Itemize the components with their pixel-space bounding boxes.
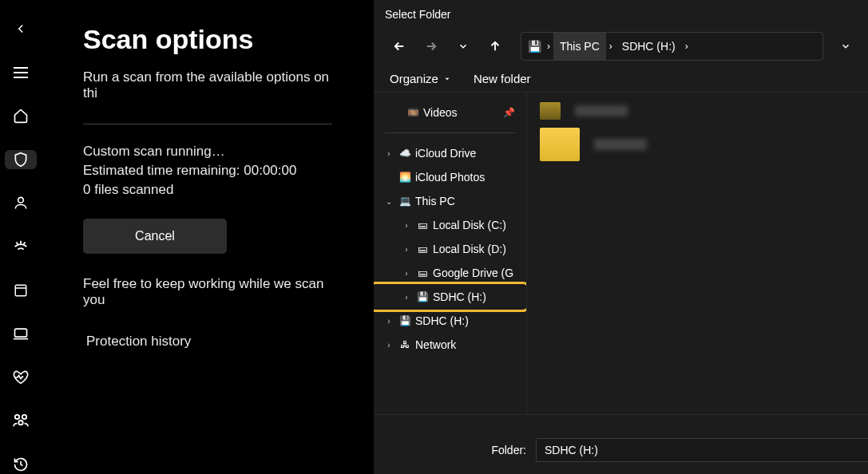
browser-icon[interactable] bbox=[5, 280, 37, 300]
dialog-body: ›🎞️Videos📌 ›☁️iCloud Drive ›🌅iCloud Phot… bbox=[374, 92, 868, 415]
scan-status-files: 0 files scanned bbox=[83, 182, 332, 198]
tree-item-gdrive[interactable]: ›🖴Google Drive (G bbox=[374, 261, 526, 285]
icloud-drive-icon: ☁️ bbox=[398, 147, 412, 160]
pc-icon: 💻 bbox=[398, 195, 412, 207]
folder-name-redacted bbox=[575, 105, 628, 117]
svg-point-5 bbox=[18, 421, 22, 425]
expander-open-icon[interactable]: ⌄ bbox=[383, 197, 394, 206]
chevron-down-icon[interactable] bbox=[831, 32, 860, 61]
family-icon[interactable] bbox=[5, 411, 37, 431]
tree-item-local-c[interactable]: ›🖴Local Disk (C:) bbox=[374, 213, 526, 237]
expander-icon[interactable]: › bbox=[401, 221, 412, 230]
address-bar[interactable]: 💾 › This PC › SDHC (H:) › bbox=[521, 32, 823, 61]
folder-tree: ›🎞️Videos📌 ›☁️iCloud Drive ›🌅iCloud Phot… bbox=[374, 93, 527, 414]
expander-icon[interactable]: › bbox=[383, 149, 394, 158]
sd-card-icon: 💾 bbox=[415, 290, 430, 303]
scan-status-eta: Estimated time remaining: 00:00:00 bbox=[83, 163, 332, 179]
organize-label: Organize bbox=[390, 72, 438, 85]
crumb-this-pc[interactable]: This PC bbox=[553, 33, 606, 60]
history-icon[interactable] bbox=[5, 454, 37, 474]
tree-item-icloud-drive[interactable]: ›☁️iCloud Drive bbox=[374, 141, 526, 165]
expander-icon[interactable]: › bbox=[401, 293, 412, 302]
nav-bar: 💾 › This PC › SDHC (H:) › bbox=[374, 27, 868, 65]
folder-row[interactable] bbox=[540, 128, 855, 161]
network-icon: 🖧 bbox=[398, 338, 412, 351]
videos-icon: 🎞️ bbox=[406, 106, 420, 119]
crumb-sdhc[interactable]: SDHC (H:) bbox=[616, 33, 682, 60]
expander-icon[interactable]: › bbox=[383, 317, 394, 326]
divider bbox=[83, 124, 332, 124]
eta-value: 00:00:00 bbox=[244, 163, 296, 178]
tree-item-local-d[interactable]: ›🖴Local Disk (D:) bbox=[374, 237, 526, 261]
svg-point-3 bbox=[15, 415, 19, 419]
home-icon[interactable] bbox=[5, 106, 37, 126]
chevron-right-icon[interactable]: › bbox=[606, 41, 616, 52]
account-icon[interactable] bbox=[5, 193, 37, 213]
nav-back-icon[interactable] bbox=[385, 32, 414, 61]
expander-icon[interactable]: › bbox=[401, 245, 412, 254]
icloud-photos-icon: 🌅 bbox=[398, 171, 412, 184]
tree-item-sdhc[interactable]: ›💾SDHC (H:) bbox=[374, 309, 526, 333]
expander-icon[interactable]: › bbox=[401, 269, 412, 278]
nav-recent-dropdown-icon[interactable] bbox=[449, 32, 478, 61]
expander-icon[interactable]: › bbox=[383, 341, 394, 350]
tree-item-network[interactable]: ›🖧Network bbox=[374, 333, 526, 357]
scan-status-running: Custom scan running… bbox=[83, 144, 332, 160]
app-left-rail bbox=[0, 0, 42, 474]
tree-item-videos[interactable]: ›🎞️Videos📌 bbox=[374, 101, 526, 124]
scan-options-page: Scan options Run a scan from the availab… bbox=[42, 0, 374, 474]
nav-up-icon[interactable] bbox=[481, 32, 509, 61]
tree-item-icloud-photos[interactable]: ›🌅iCloud Photos bbox=[374, 165, 526, 189]
svg-rect-1 bbox=[15, 285, 26, 296]
folder-field-label: Folder: bbox=[491, 444, 526, 456]
folder-icon bbox=[540, 102, 561, 120]
page-description: Run a scan from the available options on… bbox=[83, 69, 332, 101]
folder-name-input[interactable] bbox=[536, 438, 868, 462]
back-icon[interactable] bbox=[5, 19, 37, 39]
cancel-button[interactable]: Cancel bbox=[83, 219, 227, 254]
eta-label: Estimated time remaining: bbox=[83, 163, 240, 178]
tree-item-this-pc[interactable]: ⌄💻This PC bbox=[374, 189, 526, 213]
wifi-icon[interactable] bbox=[5, 237, 37, 257]
protection-history-link[interactable]: Protection history bbox=[83, 334, 332, 350]
select-folder-dialog: Select Folder 💾 › This PC › SDHC (H:) › … bbox=[374, 0, 868, 474]
svg-point-4 bbox=[22, 415, 26, 419]
new-folder-button[interactable]: New folder bbox=[474, 72, 531, 85]
svg-rect-2 bbox=[15, 329, 27, 337]
tree-item-sdhc-selected[interactable]: ›💾SDHC (H:) bbox=[374, 285, 526, 309]
drive-icon: 💾 bbox=[525, 40, 544, 53]
menu-icon[interactable] bbox=[5, 63, 37, 83]
background-scan-note: Feel free to keep working while we scan … bbox=[83, 276, 332, 308]
dialog-title: Select Folder bbox=[374, 0, 868, 27]
folder-content[interactable] bbox=[527, 93, 868, 414]
folder-name-redacted bbox=[594, 139, 647, 150]
sd-card-icon: 💾 bbox=[398, 314, 412, 327]
pin-icon[interactable]: 📌 bbox=[503, 107, 515, 118]
page-title: Scan options bbox=[83, 24, 332, 55]
nav-forward-icon[interactable] bbox=[417, 32, 446, 61]
tree-separator bbox=[385, 132, 515, 133]
disk-icon: 🖴 bbox=[415, 243, 430, 255]
chevron-right-icon[interactable]: › bbox=[544, 41, 553, 52]
disk-icon: 🖴 bbox=[415, 219, 430, 231]
dialog-toolbar: Organize New folder bbox=[374, 65, 868, 92]
device-icon[interactable] bbox=[5, 324, 37, 344]
folder-icon bbox=[540, 128, 580, 161]
folder-row[interactable] bbox=[540, 102, 855, 120]
svg-point-0 bbox=[18, 198, 24, 203]
chevron-right-icon[interactable]: › bbox=[682, 41, 692, 52]
disk-icon: 🖴 bbox=[415, 267, 430, 279]
heart-icon[interactable] bbox=[5, 367, 37, 387]
dialog-footer: Folder: bbox=[374, 415, 868, 474]
organize-menu[interactable]: Organize bbox=[390, 72, 451, 85]
shield-icon[interactable] bbox=[5, 150, 37, 170]
